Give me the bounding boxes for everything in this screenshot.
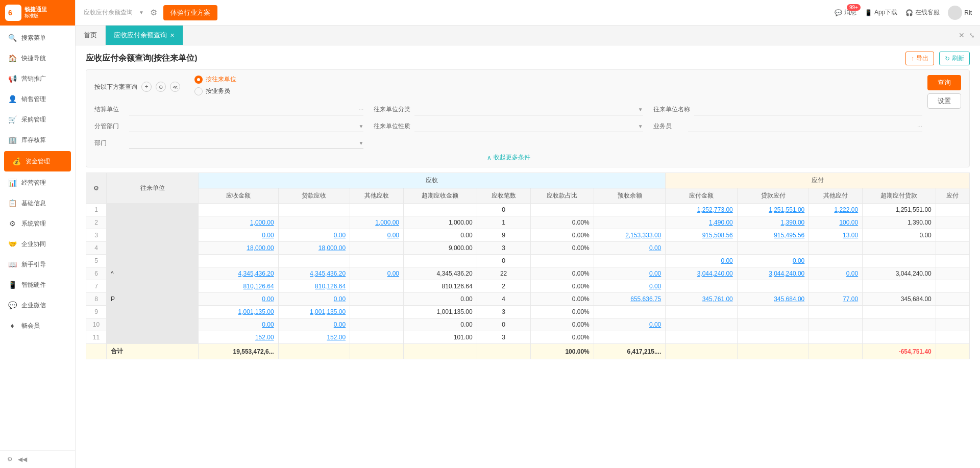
settlement-unit-input[interactable] (129, 104, 358, 115)
dept-input[interactable] (129, 120, 358, 132)
sidebar-label-member: 畅会员 (21, 322, 40, 330)
sidebar-item-sales[interactable]: 👤销售管理 (0, 89, 75, 109)
sidebar-item-system[interactable]: ⚙系统管理 (0, 213, 75, 234)
export-button[interactable]: ↑ 导出 (905, 52, 934, 65)
row-ar-amount: 0.00 (199, 229, 279, 242)
salesman-label: 业务员 (653, 122, 684, 131)
page-header: 应收应付余额查询(按往来单位) ↑ 导出 ↻ 刷新 (76, 45, 980, 69)
message-icon: 💬 (835, 9, 842, 16)
department-input[interactable] (129, 137, 358, 149)
settings-icon[interactable]: ⚙ (7, 456, 13, 463)
refresh-button[interactable]: ↻ 刷新 (939, 52, 970, 65)
footer-ar-ratio: 100.00% (530, 344, 594, 359)
topbar-gear-icon[interactable]: ⚙ (150, 8, 157, 17)
sidebar-item-purchase[interactable]: 🛒采购管理 (0, 109, 75, 130)
sidebar-item-wechat[interactable]: 💬企业微信 (0, 295, 75, 315)
filter-dept: 分管部门 ▼ (94, 120, 363, 132)
row-ap-other: 13.00 (809, 229, 863, 242)
tab-close-all-icon[interactable]: ✕ (959, 31, 965, 39)
row-unit: P (107, 293, 199, 306)
unit-category-input[interactable] (414, 104, 638, 115)
unit-name-input[interactable] (694, 104, 922, 115)
sidebar-label-sales: 销售管理 (21, 95, 46, 104)
collapse-icon[interactable]: ◀◀ (18, 456, 27, 463)
row-ar-ratio: 0.00% (530, 293, 594, 306)
scheme-by-salesman[interactable]: 按业务员 (194, 87, 236, 95)
unit-nature-input[interactable] (414, 120, 638, 132)
solution-btn[interactable]: 体验行业方案 (163, 5, 217, 20)
row-ar-loan (278, 216, 350, 229)
row-unit (107, 318, 199, 331)
query-button[interactable]: 查询 (927, 75, 961, 90)
row-ar-other: 1,000.00 (350, 216, 404, 229)
sidebar-item-enterprise[interactable]: 🤝企业协同 (0, 234, 75, 254)
app-download-item[interactable]: 📱 App下载 (865, 8, 897, 17)
row-ar-amount: 0.00 (199, 293, 279, 306)
row-ar-overdue: 9,000.00 (404, 242, 477, 255)
scheme-by-unit[interactable]: 按往来单位 (194, 75, 236, 84)
department-arrow[interactable]: ▼ (358, 140, 363, 146)
filter-settlement-unit: 结算单位 ··· (94, 104, 363, 115)
row-ar-count: 4 (477, 293, 530, 306)
col-settings[interactable]: ⚙ (86, 173, 107, 204)
collapse-label: 收起更多条件 (494, 153, 530, 162)
row-ap-amount: 3,044,240.00 (666, 267, 738, 280)
row-ar-count: 0 (477, 204, 530, 216)
sidebar-item-finance[interactable]: 💰资金管理 (4, 151, 71, 171)
breadcrumb-chevron[interactable]: ▼ (139, 10, 144, 15)
footer-ap-last (936, 344, 969, 359)
tab-fullscreen-icon[interactable]: ⤡ (969, 31, 975, 39)
row-ap-last (936, 255, 969, 267)
filter-config-button[interactable]: ⊙ (156, 82, 166, 92)
salesman-dots[interactable]: ··· (917, 122, 922, 130)
sidebar-item-base[interactable]: 📋基础信息 (0, 193, 75, 213)
footer-pre-balance: 6,417,215.... (594, 344, 666, 359)
row-ap-last (936, 204, 969, 216)
message-item[interactable]: 💬 消息 99+ (835, 8, 856, 17)
unit-nature-arrow[interactable]: ▼ (638, 124, 643, 129)
setting-button[interactable]: 设置 (927, 93, 961, 109)
row-ar-loan: 152.00 (278, 331, 350, 344)
member-icon: ♦ (7, 321, 17, 331)
page-content: 应收应付余额查询(按往来单位) ↑ 导出 ↻ 刷新 按以下方案查询 + (76, 45, 980, 468)
sidebar-item-inventory[interactable]: 🏢库存核算 (0, 130, 75, 150)
row-ar-overdue: 0.00 (404, 318, 477, 331)
dept-label: 分管部门 (94, 122, 125, 131)
online-service-item[interactable]: 🎧 在线客服 (905, 8, 940, 17)
export-icon: ↑ (911, 55, 914, 62)
sidebar-item-guide[interactable]: 📖新手引导 (0, 254, 75, 275)
sidebar-item-hardware[interactable]: 📱智能硬件 (0, 275, 75, 295)
row-ar-amount (199, 255, 279, 267)
filter-add-button[interactable]: + (141, 82, 152, 92)
sidebar-item-search[interactable]: 🔍搜索菜单 (0, 28, 75, 48)
row-ar-amount: 1,001,135.00 (199, 306, 279, 318)
purchase-icon: 🛒 (7, 114, 17, 125)
col-pre-balance: 预收余额 (594, 188, 666, 204)
sidebar-item-marketing[interactable]: 📢营销推广 (0, 68, 75, 89)
filter-department: 部门 ▼ (94, 137, 363, 149)
tab-close-icon[interactable]: ✕ (170, 32, 175, 39)
salesman-input[interactable] (688, 120, 917, 132)
table-row: 7 810,126.64 810,126.64 810,126.64 2 0.0… (86, 280, 970, 293)
row-no: 4 (86, 242, 107, 255)
sidebar-label-inventory: 库存核算 (21, 136, 46, 144)
dept-arrow[interactable]: ▼ (358, 124, 363, 129)
row-no: 9 (86, 306, 107, 318)
tab-home[interactable]: 首页 (76, 26, 106, 45)
unit-category-arrow[interactable]: ▼ (638, 107, 643, 112)
footer-empty (86, 344, 107, 359)
tab-ar-ap[interactable]: 应收应付余额查询 ✕ (106, 26, 183, 45)
download-icon: 📱 (865, 9, 872, 16)
row-ar-loan (278, 255, 350, 267)
sidebar-item-operations[interactable]: 📊经营管理 (0, 173, 75, 193)
row-ar-ratio: 0.00% (530, 216, 594, 229)
collapse-button[interactable]: ∧ 收起更多条件 (94, 153, 922, 162)
filter-collapse-left[interactable]: ≪ (170, 82, 180, 92)
sidebar-item-member[interactable]: ♦畅会员 (0, 315, 75, 336)
col-unit-header: 往来单位 (107, 173, 199, 204)
user-avatar-item[interactable]: Rit (948, 6, 972, 20)
unit-name-label: 往来单位名称 (653, 105, 690, 114)
settlement-unit-dots[interactable]: ··· (358, 106, 363, 113)
sidebar-item-quick-nav[interactable]: 🏠快捷导航 (0, 48, 75, 68)
enterprise-icon: 🤝 (7, 239, 17, 249)
